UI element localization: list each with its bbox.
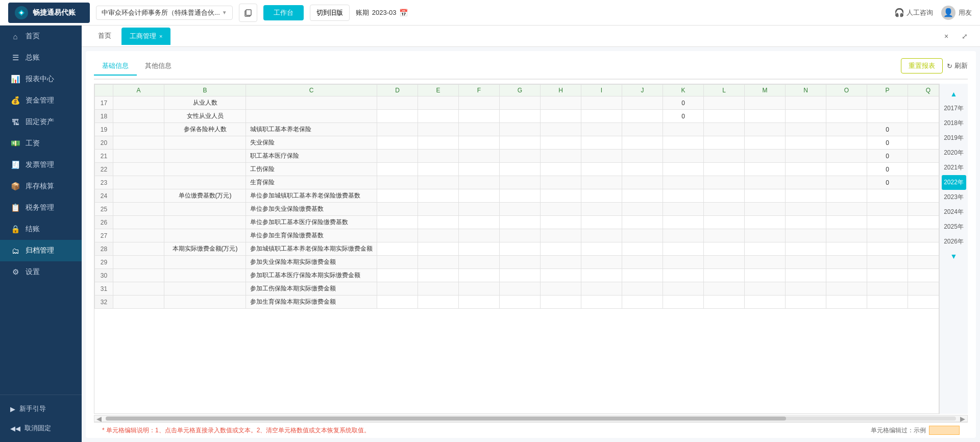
cell-18-N[interactable] [786,110,826,123]
cell-23-I[interactable] [581,176,622,189]
cell-17-L[interactable] [704,96,745,110]
cell-19-L[interactable] [704,123,745,136]
cell-23-E[interactable] [418,176,459,189]
cell-29-H[interactable] [541,256,581,269]
cell-20-K[interactable] [663,136,704,150]
cell-28-N[interactable] [786,242,826,256]
cell-26-G[interactable] [500,216,541,229]
cell-22-B[interactable] [164,163,246,176]
cell-21-C[interactable]: 职工基本医疗保险 [246,150,377,163]
cell-27-M[interactable] [745,229,786,242]
cell-31-E[interactable] [418,282,459,296]
year-item[interactable]: 2026年 [942,234,966,249]
cell-20-B[interactable] [164,136,246,150]
cell-20-D[interactable] [377,136,418,150]
cell-22-M[interactable] [745,163,786,176]
sidebar-item-archive[interactable]: 🗂 归档管理 [0,240,82,261]
cell-19-P[interactable]: 0 [867,123,908,136]
cell-28-G[interactable] [500,242,541,256]
cell-22-E[interactable] [418,163,459,176]
cell-28-F[interactable] [459,242,500,256]
cell-26-C[interactable]: 单位参加职工基本医疗保险缴费基数 [246,216,377,229]
cell-32-A[interactable] [113,296,164,309]
cell-30-H[interactable] [541,269,581,282]
cell-25-P[interactable] [867,203,908,216]
cell-20-A[interactable] [113,136,164,150]
cell-22-L[interactable] [704,163,745,176]
cell-28-C[interactable]: 参加城镇职工基本养老保险本期实际缴费金额 [246,242,377,256]
cell-28-Q[interactable] [908,242,940,256]
sidebar-item-unpin[interactable]: ◀◀ 取消固定 [0,419,82,438]
cell-31-M[interactable] [745,282,786,296]
cell-31-H[interactable] [541,282,581,296]
cell-28-D[interactable] [377,242,418,256]
cell-26-P[interactable] [867,216,908,229]
year-item[interactable]: 2020年 [942,145,966,160]
cell-25-G[interactable] [500,203,541,216]
cell-27-F[interactable] [459,229,500,242]
cell-30-K[interactable] [663,269,704,282]
sidebar-item-reports[interactable]: 📊 报表中心 [0,68,82,90]
cell-19-I[interactable] [581,123,622,136]
cell-26-E[interactable] [418,216,459,229]
cell-17-C[interactable] [246,96,377,110]
cell-29-A[interactable] [113,256,164,269]
cell-26-J[interactable] [622,216,663,229]
cell-27-D[interactable] [377,229,418,242]
cell-22-F[interactable] [459,163,500,176]
calendar-icon[interactable]: 📅 [399,9,408,17]
cell-19-J[interactable] [622,123,663,136]
cell-21-B[interactable] [164,150,246,163]
expand-window-button[interactable]: ⤢ [958,29,972,43]
cell-17-N[interactable] [786,96,826,110]
cell-24-G[interactable] [500,189,541,203]
year-item[interactable]: 2017年 [942,101,966,116]
cell-22-G[interactable] [500,163,541,176]
cell-20-O[interactable] [826,136,867,150]
cell-19-H[interactable] [541,123,581,136]
cell-28-O[interactable] [826,242,867,256]
cell-27-I[interactable] [581,229,622,242]
cell-23-B[interactable] [164,176,246,189]
sidebar-item-payroll[interactable]: 💵 工资 [0,133,82,154]
cell-21-K[interactable] [663,150,704,163]
cell-26-A[interactable] [113,216,164,229]
cell-29-P[interactable] [867,256,908,269]
year-item[interactable]: 2025年 [942,219,966,234]
cell-32-M[interactable] [745,296,786,309]
year-item[interactable]: 2018年 [942,116,966,131]
cell-18-P[interactable] [867,110,908,123]
sidebar-item-invoice[interactable]: 🧾 发票管理 [0,154,82,176]
year-item[interactable]: 2019年 [942,131,966,145]
cell-30-I[interactable] [581,269,622,282]
cell-32-P[interactable] [867,296,908,309]
cell-29-J[interactable] [622,256,663,269]
cell-27-K[interactable] [663,229,704,242]
cell-28-H[interactable] [541,242,581,256]
cell-19-O[interactable] [826,123,867,136]
cell-25-J[interactable] [622,203,663,216]
cell-23-Q[interactable] [908,176,940,189]
cell-32-C[interactable]: 参加生育保险本期实际缴费金额 [246,296,377,309]
cell-17-A[interactable] [113,96,164,110]
cell-32-I[interactable] [581,296,622,309]
cell-23-C[interactable]: 生育保险 [246,176,377,189]
sidebar-item-inventory[interactable]: 📦 库存核算 [0,176,82,197]
cell-17-B[interactable]: 从业人数 [164,96,246,110]
cell-26-K[interactable] [663,216,704,229]
cell-30-M[interactable] [745,269,786,282]
cell-18-A[interactable] [113,110,164,123]
cell-23-D[interactable] [377,176,418,189]
cell-26-M[interactable] [745,216,786,229]
cell-23-K[interactable] [663,176,704,189]
cell-18-J[interactable] [622,110,663,123]
cell-22-N[interactable] [786,163,826,176]
cell-24-L[interactable] [704,189,745,203]
cell-29-I[interactable] [581,256,622,269]
cell-20-H[interactable] [541,136,581,150]
cell-29-O[interactable] [826,256,867,269]
cell-23-M[interactable] [745,176,786,189]
cell-24-B[interactable]: 单位缴费基数(万元) [164,189,246,203]
cell-29-G[interactable] [500,256,541,269]
cell-20-P[interactable]: 0 [867,136,908,150]
